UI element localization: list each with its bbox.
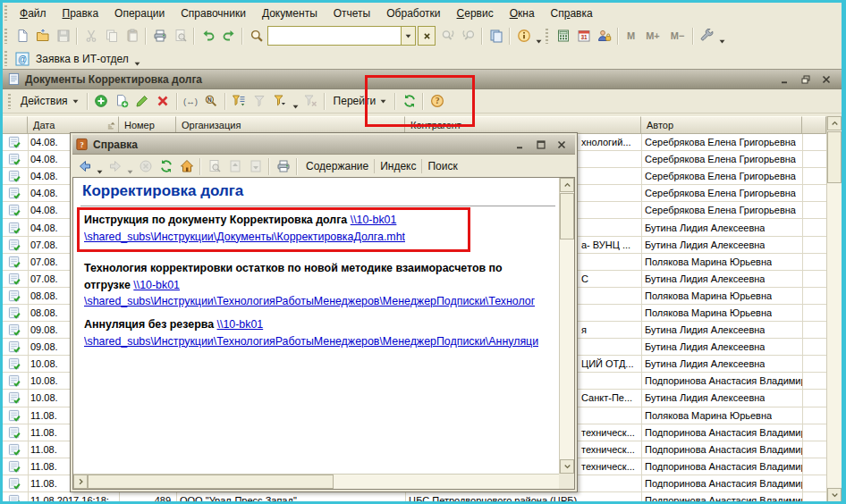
service-icon[interactable] — [697, 26, 717, 46]
menu-item-3[interactable]: Справочники — [173, 4, 254, 23]
maximize-button[interactable] — [534, 139, 547, 150]
menu-item-4[interactable]: Документы — [254, 4, 326, 23]
column-header-author-label: Автор — [647, 120, 673, 130]
actions-button[interactable]: Действия — [15, 92, 84, 110]
chevron-down-icon[interactable] — [95, 155, 105, 179]
menu-item-8[interactable]: Окна — [502, 4, 543, 23]
menu-item-1[interactable]: Правка — [55, 4, 107, 23]
column-header-author[interactable]: Автор — [641, 116, 802, 134]
cell-contractor: хнологий... — [581, 137, 631, 147]
delete-icon[interactable] — [153, 91, 173, 111]
menu-item-5[interactable]: Отчеты — [326, 4, 378, 23]
preview-icon[interactable] — [170, 26, 190, 46]
contents-button[interactable]: Содержание — [300, 157, 374, 175]
help-entry-server-link[interactable]: \\10-bk01 — [217, 318, 264, 331]
refresh-icon[interactable] — [156, 156, 176, 176]
add-icon[interactable] — [91, 91, 112, 111]
column-header-date[interactable]: Дата — [28, 116, 119, 134]
help-entry: Технология корректировки остатков по нов… — [84, 260, 547, 315]
scrollbar-thumb[interactable] — [827, 131, 842, 183]
chevron-down-icon[interactable] — [132, 46, 142, 71]
it-request-icon[interactable]: @ — [12, 49, 32, 69]
memory-subtract-button[interactable]: M− — [665, 26, 690, 46]
menu-item-0[interactable]: Файл — [12, 4, 55, 23]
paste-icon[interactable] — [122, 26, 142, 46]
help-entry-path-link[interactable]: \shared_subs\Инструкции\ТехнологияРаботы… — [84, 333, 538, 350]
interval-icon[interactable]: (↔) — [181, 91, 201, 111]
chevron-down-icon[interactable] — [717, 24, 727, 48]
forward-icon[interactable] — [105, 156, 125, 176]
calculator-icon[interactable] — [553, 26, 573, 46]
save-icon[interactable] — [53, 26, 73, 46]
memory-recall-button[interactable]: M — [622, 26, 640, 46]
help-horizontal-scrollbar[interactable] — [73, 474, 559, 489]
close-button[interactable] — [554, 139, 568, 150]
find-number-icon[interactable]: N — [201, 91, 222, 111]
open-icon[interactable] — [32, 26, 53, 46]
print-icon[interactable] — [149, 26, 170, 46]
filter-icon[interactable] — [250, 91, 270, 111]
filter-clear-icon[interactable] — [300, 91, 321, 111]
search-button[interactable]: Поиск — [422, 157, 462, 175]
column-header-state[interactable] — [3, 116, 28, 134]
help-entry-path-link[interactable]: \shared_subs\Инструкции\ТехнологияРаботы… — [84, 293, 535, 310]
help-vertical-scrollbar[interactable] — [559, 178, 574, 474]
table-vertical-scrollbar[interactable] — [826, 116, 842, 502]
find-prev-icon[interactable] — [458, 26, 478, 46]
info-icon[interactable] — [513, 26, 534, 46]
search-input[interactable] — [268, 27, 401, 43]
chevron-down-icon[interactable] — [534, 24, 544, 48]
redo-icon[interactable] — [218, 26, 239, 46]
help-entry-title: Аннуляция без резерва — [84, 318, 214, 331]
help-window-titlebar[interactable]: ? Справка — [72, 135, 575, 155]
scroll-down-icon[interactable] — [827, 488, 842, 502]
scroll-right-icon[interactable] — [73, 475, 88, 489]
menu-item-9[interactable]: Справка — [543, 4, 601, 23]
column-header-number[interactable]: Номер — [119, 116, 176, 134]
combo-dropdown-icon[interactable] — [401, 27, 415, 45]
cell-date: 08.08. — [30, 307, 58, 318]
chevron-down-icon[interactable] — [291, 89, 300, 113]
restore-button[interactable] — [799, 73, 812, 85]
home-icon[interactable] — [176, 156, 197, 176]
stop-icon[interactable] — [135, 156, 156, 176]
minimize-button[interactable] — [513, 139, 527, 150]
chevron-down-icon[interactable] — [125, 155, 135, 179]
clear-search-icon[interactable] — [418, 26, 436, 46]
minimize-button[interactable] — [778, 73, 791, 85]
undo-icon[interactable] — [198, 26, 218, 46]
new-document-icon[interactable] — [12, 26, 32, 46]
scrollbar-thumb[interactable] — [88, 475, 334, 489]
help-entry-server-link[interactable]: \\10-bk01 — [133, 279, 180, 291]
add-copy-icon[interactable] — [112, 91, 132, 111]
copy-buffer-icon[interactable] — [486, 26, 506, 46]
it-request-label[interactable]: Заявка в ИТ-отдел — [36, 53, 129, 65]
user-rights-icon[interactable] — [594, 26, 614, 46]
menu-item-7[interactable]: Сервис — [449, 4, 502, 23]
scroll-up-icon[interactable] — [827, 116, 842, 130]
index-button[interactable]: Индекс — [375, 157, 421, 175]
scrollbar-thumb[interactable] — [560, 193, 574, 239]
scroll-up-icon[interactable] — [560, 178, 574, 192]
back-icon[interactable] — [74, 156, 95, 176]
close-button[interactable] — [819, 73, 833, 85]
column-header-date-label: Дата — [33, 120, 55, 130]
find-icon[interactable] — [246, 26, 266, 46]
edit-icon[interactable] — [132, 91, 153, 111]
memory-add-button[interactable]: M+ — [640, 26, 665, 46]
cell-author: Подпоринова Анастасия Владимировн — [645, 461, 802, 472]
copy-icon[interactable] — [101, 26, 122, 46]
cut-icon[interactable] — [80, 26, 101, 46]
cell-author: Бутина Лидия Алексеевна — [645, 223, 765, 233]
page-down-icon[interactable] — [245, 156, 266, 176]
menu-item-6[interactable]: Обработки — [378, 4, 448, 23]
filter-sort-icon[interactable] — [229, 91, 250, 111]
filter-menu-icon[interactable] — [270, 91, 291, 111]
print-icon[interactable] — [273, 156, 293, 176]
preview-icon[interactable] — [204, 156, 224, 176]
calendar-icon[interactable]: 31 — [573, 26, 594, 46]
page-up-icon[interactable] — [224, 156, 245, 176]
find-next-icon[interactable] — [437, 26, 458, 46]
scroll-down-icon[interactable] — [560, 459, 574, 474]
menu-item-2[interactable]: Операции — [106, 4, 173, 23]
